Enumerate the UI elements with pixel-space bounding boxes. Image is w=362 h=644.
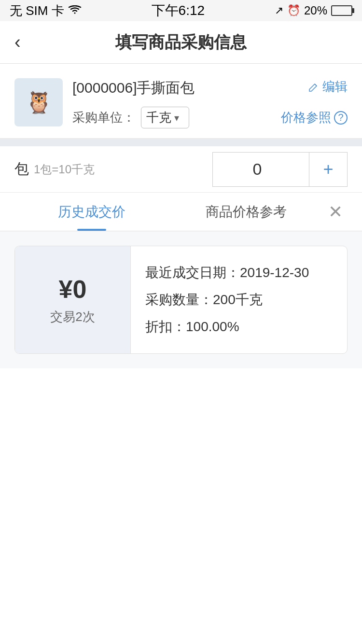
quantity-row: 包 1包=10千克 + — [0, 146, 362, 193]
deal-date-label: 最近成交日期： — [145, 265, 240, 280]
location-icon: ↗ — [275, 4, 283, 17]
unit-label-text: 采购单位： — [72, 109, 135, 126]
unit-dropdown-icon: ▾ — [174, 112, 179, 124]
deal-details-section: 最近成交日期：2019-12-30 采购数量：200千克 折扣：100.00% — [131, 246, 347, 353]
nav-bar: ‹ 填写商品采购信息 — [0, 21, 362, 64]
quantity-unit: 包 — [14, 159, 29, 179]
product-info: [0000006]手撕面包 编辑 采购单位： 千克 ▾ 价格参照 ? — [72, 78, 348, 128]
status-time: 下午6:12 — [152, 1, 205, 20]
tab-history-price[interactable]: 历史成交价 — [14, 193, 169, 231]
deal-card: ¥0 交易2次 最近成交日期：2019-12-30 采购数量：200千克 折扣：… — [14, 246, 348, 354]
back-button[interactable]: ‹ — [14, 32, 21, 53]
tab-product-price[interactable]: 商品价格参考 — [169, 193, 323, 231]
tab-active-indicator — [77, 229, 106, 231]
deal-qty-row: 采购数量：200千克 — [145, 291, 333, 309]
product-thumbnail: 🦉 — [14, 78, 63, 126]
wifi-icon — [68, 3, 82, 18]
help-icon: ? — [334, 111, 348, 125]
product-card: 🦉 [0000006]手撕面包 编辑 采购单位： 千克 ▾ 价格参照 — [0, 64, 362, 139]
status-left: 无 SIM 卡 — [10, 2, 82, 19]
deal-price-section: ¥0 交易2次 — [15, 246, 131, 353]
quantity-note: 1包=10千克 — [34, 162, 95, 177]
quantity-input[interactable] — [212, 152, 309, 187]
unit-value: 千克 — [146, 109, 171, 126]
history-content: ¥0 交易2次 最近成交日期：2019-12-30 采购数量：200千克 折扣：… — [0, 231, 362, 368]
deal-date-row: 最近成交日期：2019-12-30 — [145, 264, 333, 282]
page-title: 填写商品采购信息 — [115, 31, 247, 54]
battery-percent: 20% — [304, 4, 327, 17]
unit-row: 采购单位： 千克 ▾ — [72, 107, 189, 128]
section-divider — [0, 139, 362, 146]
product-header: [0000006]手撕面包 编辑 — [72, 78, 348, 98]
alarm-icon: ⏰ — [287, 4, 300, 17]
deal-date-value: 2019-12-30 — [240, 265, 309, 280]
deal-price: ¥0 — [59, 275, 87, 304]
deal-qty-value: 200千克 — [213, 292, 263, 307]
deal-discount-value: 100.00% — [186, 319, 239, 334]
deal-qty-label: 采购数量： — [145, 292, 213, 307]
unit-select[interactable]: 千克 ▾ — [141, 107, 189, 128]
product-image-icon: 🦉 — [26, 90, 52, 115]
tab-product-label: 商品价格参考 — [206, 203, 287, 221]
status-bar: 无 SIM 卡 下午6:12 ↗ ⏰ 20% — [0, 0, 362, 21]
product-meta: 采购单位： 千克 ▾ 价格参照 ? — [72, 107, 348, 128]
tab-header: 历史成交价 商品价格参考 ✕ — [0, 193, 362, 231]
tab-history-label: 历史成交价 — [58, 203, 125, 221]
bottom-space — [0, 368, 362, 644]
tab-panel: 历史成交价 商品价格参考 ✕ ¥0 交易2次 最近成交日期：2019-12-30… — [0, 193, 362, 368]
deal-discount-label: 折扣： — [145, 319, 186, 334]
deal-count: 交易2次 — [50, 308, 95, 325]
status-right: ↗ ⏰ 20% — [275, 4, 352, 17]
product-name: [0000006]手撕面包 — [72, 78, 195, 98]
price-ref-label: 价格参照 — [281, 109, 331, 126]
tab-close-button[interactable]: ✕ — [323, 202, 348, 222]
carrier-text: 无 SIM 卡 — [10, 2, 64, 19]
quantity-controls: + — [212, 152, 348, 187]
price-reference-button[interactable]: 价格参照 ? — [281, 109, 348, 126]
battery-icon — [331, 5, 352, 16]
edit-button[interactable]: 编辑 — [308, 78, 348, 95]
deal-discount-row: 折扣：100.00% — [145, 318, 333, 336]
quantity-plus-button[interactable]: + — [309, 152, 348, 187]
edit-label: 编辑 — [322, 78, 348, 95]
